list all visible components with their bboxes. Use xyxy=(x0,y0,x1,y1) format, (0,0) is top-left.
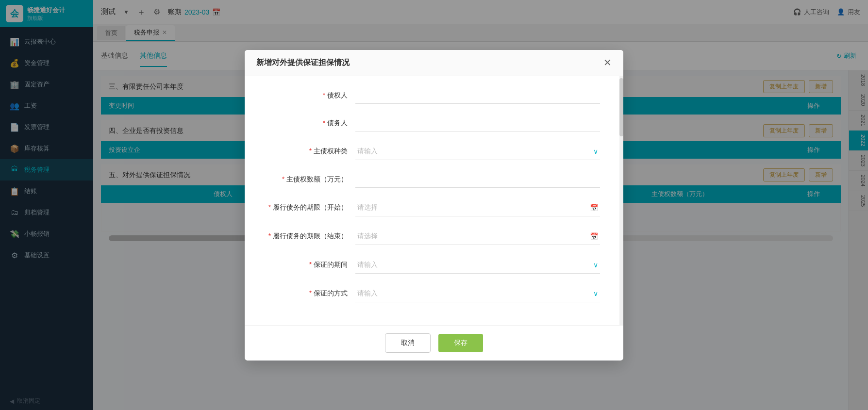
guarantee-period-placeholder: 请输入 xyxy=(357,261,593,269)
form-row-period-end: * 履行债务的期限（结束） 请选择 📅 xyxy=(268,228,600,245)
modal-close-button[interactable]: ✕ xyxy=(603,58,612,67)
guarantee-method-select[interactable]: 请输入 ∨ xyxy=(355,285,600,302)
modal-header: 新增对外提供保证担保情况 ✕ xyxy=(245,50,623,76)
form-row-period-start: * 履行债务的期限（开始） 请选择 📅 xyxy=(268,199,600,216)
debt-type-dropdown-icon: ∨ xyxy=(593,148,598,155)
guarantee-method-placeholder: 请输入 xyxy=(357,289,593,298)
debt-amount-label: * 主债权数额（万元） xyxy=(268,175,355,184)
modal-scrollbar-track xyxy=(619,76,623,325)
form-row-debt-type: * 主债权种类 请输入 ∨ xyxy=(268,143,600,160)
save-button[interactable]: 保存 xyxy=(438,334,483,352)
guarantee-method-label: * 保证的方式 xyxy=(268,289,355,298)
modal-scrollbar-thumb xyxy=(619,78,623,136)
modal-footer: 取消 保存 xyxy=(245,325,623,361)
guarantee-period-dropdown-icon: ∨ xyxy=(593,261,598,269)
guarantee-period-select[interactable]: 请输入 ∨ xyxy=(355,257,600,274)
form-row-guarantee-method: * 保证的方式 请输入 ∨ xyxy=(268,285,600,302)
period-start-picker[interactable]: 请选择 📅 xyxy=(355,199,600,216)
form-row-creditor: * 债权人 xyxy=(268,88,600,104)
period-start-label: * 履行债务的期限（开始） xyxy=(268,203,355,212)
form-row-guarantee-period: * 保证的期间 请输入 ∨ xyxy=(268,257,600,274)
period-end-picker[interactable]: 请选择 📅 xyxy=(355,228,600,245)
debt-type-label: * 主债权种类 xyxy=(268,147,355,156)
creditor-input[interactable] xyxy=(355,88,600,104)
cancel-button[interactable]: 取消 xyxy=(385,333,431,353)
calendar-end-icon: 📅 xyxy=(590,232,598,240)
calendar-start-icon: 📅 xyxy=(590,204,598,212)
period-start-placeholder: 请选择 xyxy=(357,203,590,212)
form-row-debt-amount: * 主债权数额（万元） xyxy=(268,172,600,188)
modal: 新增对外提供保证担保情况 ✕ * 债权人 * 债务人 xyxy=(245,50,623,361)
debtor-input[interactable] xyxy=(355,115,600,131)
modal-overlay: 新增对外提供保证担保情况 ✕ * 债权人 * 债务人 xyxy=(0,0,868,410)
debt-type-placeholder: 请输入 xyxy=(357,147,593,156)
guarantee-method-dropdown-icon: ∨ xyxy=(593,290,598,297)
debt-amount-input[interactable] xyxy=(355,172,600,188)
modal-body: * 债权人 * 债务人 * 主债权种类 请输入 xyxy=(245,76,623,325)
guarantee-period-label: * 保证的期间 xyxy=(268,261,355,269)
creditor-label: * 债权人 xyxy=(268,91,355,100)
modal-title: 新增对外提供保证担保情况 xyxy=(256,58,350,68)
period-end-label: * 履行债务的期限（结束） xyxy=(268,232,355,241)
form-row-debtor: * 债务人 xyxy=(268,115,600,131)
debtor-label: * 债务人 xyxy=(268,119,355,128)
period-end-placeholder: 请选择 xyxy=(357,232,590,241)
debt-type-select[interactable]: 请输入 ∨ xyxy=(355,143,600,160)
